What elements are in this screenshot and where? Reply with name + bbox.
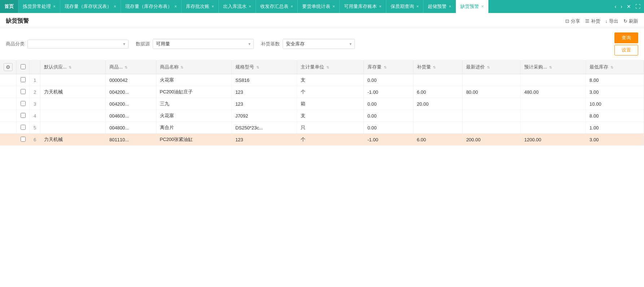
- column-product-name[interactable]: 商品名称 ⇅: [156, 60, 231, 74]
- row-checkbox-cell: [17, 86, 30, 98]
- replenish-button[interactable]: ☰ 补货: [585, 18, 600, 25]
- tab-close-shortage[interactable]: ×: [481, 4, 484, 9]
- row-latest-price: [462, 74, 521, 86]
- query-button[interactable]: 查询: [614, 32, 638, 43]
- column-est-purchase[interactable]: 预计采购... ⇅: [521, 60, 586, 74]
- data-source-select[interactable]: 可用量 ▾: [153, 39, 254, 49]
- column-unit[interactable]: 主计量单位 ⇅: [297, 60, 364, 74]
- row-number: 2: [30, 86, 40, 98]
- share-button[interactable]: ⊡ 分享: [565, 18, 580, 25]
- tab-close-expiry-query[interactable]: ×: [416, 4, 419, 9]
- tab-inventory-status[interactable]: 现存量（库存状况表）×: [60, 0, 121, 13]
- tab-close-overstock[interactable]: ×: [449, 4, 451, 9]
- column-spec[interactable]: 规格型号 ⇅: [231, 60, 297, 74]
- row-gear-cell: [0, 122, 17, 134]
- tab-close-all-button[interactable]: ✕: [625, 3, 633, 10]
- tab-nav-buttons: ‹ › ✕ ⛶: [611, 3, 644, 10]
- row-min-inventory: 10.00: [586, 98, 644, 110]
- tab-label-shortage: 缺货预警: [460, 3, 479, 10]
- tab-expiry-query[interactable]: 保质期查询×: [386, 0, 423, 13]
- row-checkbox[interactable]: [21, 101, 26, 106]
- tab-close-inventory-dist[interactable]: ×: [174, 4, 177, 9]
- data-source-value: 可用量: [156, 41, 170, 47]
- tab-label-demand-stat: 要货单统计表: [302, 3, 330, 10]
- row-unit: 箱: [297, 98, 364, 110]
- column-min-inventory[interactable]: 最低库存 ⇅: [586, 60, 644, 74]
- tab-in-out-flow[interactable]: 出入库流水×: [219, 0, 256, 13]
- select-all-checkbox[interactable]: [21, 64, 26, 69]
- column-product-code[interactable]: 商品... ⇅: [105, 60, 156, 74]
- tab-close-defect-handling[interactable]: ×: [53, 4, 56, 9]
- row-spec: J7092: [231, 110, 297, 122]
- row-number: 5: [30, 122, 40, 134]
- column-default-supplier[interactable]: 默认供应... ⇅: [40, 60, 106, 74]
- tab-inventory-dist[interactable]: 现存量（库存分布表）×: [121, 0, 182, 13]
- row-checkbox[interactable]: [21, 113, 26, 118]
- tab-demand-stat[interactable]: 要货单统计表×: [298, 0, 340, 13]
- tab-close-demand-stat[interactable]: ×: [332, 4, 335, 9]
- tab-next-button[interactable]: ›: [618, 3, 625, 10]
- row-spec: SS816: [231, 74, 297, 86]
- row-spec: 123: [231, 86, 297, 98]
- data-source-arrow-icon: ▾: [248, 41, 251, 47]
- tab-defect-handling[interactable]: 拣货异常处理×: [18, 0, 60, 13]
- shortage-table: ⚙ 默认供应... ⇅ 商品... ⇅ 商品名称 ⇅ 规格型号 ⇅ 主计量单位 …: [0, 60, 644, 146]
- sort-icon-supplier: ⇅: [69, 65, 71, 69]
- gear-button[interactable]: ⚙: [4, 63, 13, 71]
- tab-home[interactable]: 首页: [0, 0, 18, 13]
- row-checkbox[interactable]: [21, 125, 26, 130]
- row-inventory: -1.00: [364, 86, 413, 98]
- page-title: 缺货预警: [6, 17, 29, 25]
- row-number: 6: [30, 134, 40, 146]
- data-source-filter: 数据源 可用量 ▾: [136, 39, 254, 49]
- column-replenish-qty[interactable]: 补货量 ⇅: [413, 60, 462, 74]
- goods-category-value: [31, 41, 32, 47]
- row-unit: 支: [297, 74, 364, 86]
- tab-label-overstock: 超储预警: [428, 3, 447, 10]
- tab-close-inventory-status[interactable]: ×: [114, 4, 116, 9]
- export-button[interactable]: ↓ 导出: [605, 18, 619, 25]
- column-gear[interactable]: ⚙: [0, 60, 17, 74]
- settings-button[interactable]: 设置: [614, 45, 638, 56]
- row-number: 3: [30, 98, 40, 110]
- tab-shortage[interactable]: 缺货预警×: [456, 0, 488, 13]
- table-header-row: ⚙ 默认供应... ⇅ 商品... ⇅ 商品名称 ⇅ 规格型号 ⇅ 主计量单位 …: [0, 60, 644, 74]
- column-latest-price[interactable]: 最新进价 ⇅: [462, 60, 521, 74]
- row-checkbox[interactable]: [21, 89, 26, 94]
- replenish-basis-filter: 补货基数 安全库存 ▾: [261, 39, 355, 49]
- tab-inventory-batch[interactable]: 库存批次账×: [182, 0, 219, 13]
- table-row: 2 力天机械 004200... PC200油缸庄子 123 个 -1.00 6…: [0, 86, 644, 98]
- replenish-basis-select[interactable]: 安全库存 ▾: [283, 39, 355, 49]
- tab-close-recv-summary[interactable]: ×: [291, 4, 293, 9]
- goods-category-select[interactable]: ▾: [27, 40, 129, 49]
- row-inventory: 0.00: [364, 122, 413, 134]
- row-checkbox[interactable]: [21, 77, 26, 82]
- tab-close-available-ledger[interactable]: ×: [379, 4, 382, 9]
- row-checkbox-cell: [17, 74, 30, 86]
- column-inventory[interactable]: 库存量 ⇅: [364, 60, 413, 74]
- replenish-basis-label: 补货基数: [261, 41, 280, 47]
- tab-bar: 首页拣货异常处理×现存量（库存状况表）×现存量（库存分布表）×库存批次账×出入库…: [0, 0, 644, 13]
- header-actions: ⊡ 分享 ☰ 补货 ↓ 导出 ↻ 刷新: [565, 18, 639, 25]
- row-product-code: 004200...: [105, 86, 156, 98]
- row-unit: 个: [297, 134, 364, 146]
- sort-icon-price: ⇅: [487, 65, 490, 69]
- row-gear-cell: [0, 86, 17, 98]
- tab-overstock[interactable]: 超储预警×: [423, 0, 456, 13]
- row-latest-price: 80.00: [462, 86, 521, 98]
- tab-available-ledger[interactable]: 可用量库存账本×: [340, 0, 386, 13]
- tab-recv-summary[interactable]: 收发存汇总表×: [256, 0, 298, 13]
- row-est-purchase: 1200.00: [521, 134, 586, 146]
- row-replenish-qty: 6.00: [413, 134, 462, 146]
- row-est-purchase: 480.00: [521, 86, 586, 98]
- tab-prev-button[interactable]: ‹: [613, 3, 619, 10]
- tab-close-inventory-batch[interactable]: ×: [212, 4, 214, 9]
- row-number: 1: [30, 74, 40, 86]
- tab-close-in-out-flow[interactable]: ×: [249, 4, 251, 9]
- data-source-label: 数据源: [136, 41, 150, 47]
- refresh-button[interactable]: ↻ 刷新: [623, 18, 638, 25]
- row-checkbox[interactable]: [21, 137, 26, 142]
- row-gear-cell: [0, 74, 17, 86]
- tab-fullscreen-button[interactable]: ⛶: [633, 3, 643, 10]
- share-icon: ⊡: [565, 18, 569, 24]
